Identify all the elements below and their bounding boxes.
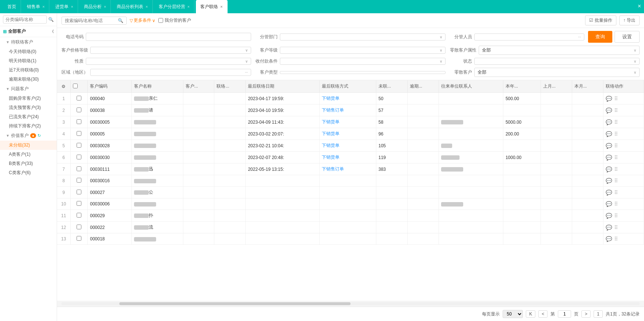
row-checkbox[interactable] bbox=[70, 198, 88, 210]
select-all-checkbox[interactable] bbox=[73, 84, 78, 88]
message-icon[interactable]: 💬 bbox=[606, 190, 612, 195]
more-actions-icon[interactable]: ⠿ bbox=[614, 96, 618, 102]
problem-customers-group[interactable]: ▼ 问题客户 bbox=[0, 84, 57, 94]
sidebar-item-churned[interactable]: 已流失客户(24) bbox=[0, 112, 57, 121]
row-checkbox[interactable] bbox=[70, 128, 88, 140]
more-actions-icon[interactable]: ⠿ bbox=[614, 178, 618, 184]
prev-page-btn[interactable]: < bbox=[538, 310, 548, 318]
next-page-btn[interactable]: > bbox=[581, 310, 591, 318]
row-checkbox[interactable] bbox=[70, 187, 88, 198]
method-link[interactable]: 下销货单 bbox=[322, 119, 339, 124]
method-link[interactable]: 下销货单 bbox=[322, 96, 339, 101]
pay-select[interactable]: ∨ bbox=[280, 58, 445, 65]
row-checkbox[interactable] bbox=[70, 105, 88, 116]
message-icon[interactable]: 💬 bbox=[606, 166, 612, 172]
row-select-checkbox[interactable] bbox=[77, 119, 81, 124]
nav-customer-contact[interactable]: 客户联络 × bbox=[196, 0, 227, 13]
row-select-checkbox[interactable] bbox=[77, 155, 81, 159]
message-icon[interactable]: 💬 bbox=[606, 143, 612, 149]
sidebar-item-week[interactable]: 近7天待联络(0) bbox=[0, 66, 57, 75]
sidebar-search-icon[interactable]: 🔍 bbox=[48, 17, 54, 22]
row-checkbox[interactable] bbox=[70, 140, 88, 152]
sidebar-item-abnormal[interactable]: 固购异常客户(2) bbox=[0, 94, 57, 103]
search-icon[interactable]: 🔍 bbox=[118, 18, 123, 23]
more-actions-icon[interactable]: ⠿ bbox=[614, 107, 618, 113]
nav-sales-close[interactable]: × bbox=[42, 4, 45, 9]
nav-customer-tier-close[interactable]: × bbox=[187, 4, 190, 9]
sidebar-item-overdue[interactable]: 逾期未联络(30) bbox=[0, 75, 57, 84]
more-actions-icon[interactable]: ⠿ bbox=[614, 225, 618, 230]
row-checkbox[interactable] bbox=[70, 233, 88, 245]
method-link[interactable]: 下销货单 bbox=[322, 143, 339, 148]
row-select-checkbox[interactable] bbox=[77, 96, 81, 100]
row-select-checkbox[interactable] bbox=[77, 213, 81, 218]
nav-purchase-close[interactable]: × bbox=[71, 4, 73, 9]
sidebar-item-today[interactable]: 今天待联络(0) bbox=[0, 47, 57, 56]
nav-customer-contact-close[interactable]: × bbox=[220, 4, 222, 9]
dept-select[interactable]: ∨ bbox=[280, 33, 445, 40]
row-select-checkbox[interactable] bbox=[77, 166, 81, 171]
row-select-checkbox[interactable] bbox=[77, 190, 81, 194]
more-actions-icon[interactable]: ⠿ bbox=[614, 155, 618, 160]
more-actions-icon[interactable]: ⠿ bbox=[614, 119, 618, 125]
type-select[interactable] bbox=[280, 71, 445, 74]
my-customers-checkbox[interactable] bbox=[158, 18, 163, 23]
message-icon[interactable]: 💬 bbox=[606, 201, 612, 207]
nav-product-close[interactable]: × bbox=[104, 4, 106, 9]
sidebar-item-tomorrow[interactable]: 明天待联络(1) bbox=[0, 56, 57, 66]
more-actions-icon[interactable]: ⠿ bbox=[614, 190, 618, 195]
sidebar-item-b-class[interactable]: B类客户(33) bbox=[0, 159, 57, 168]
price-select[interactable]: ∨ bbox=[90, 47, 251, 54]
message-icon[interactable]: 💬 bbox=[606, 131, 612, 137]
nav-product-list-close[interactable]: × bbox=[145, 4, 148, 9]
value-customers-group[interactable]: ▼ 价值客户 ● ↻ bbox=[0, 131, 57, 141]
page-number-input[interactable] bbox=[558, 310, 571, 318]
retail-select[interactable]: 全部 ∨ bbox=[479, 46, 640, 55]
page-size-select[interactable]: 50 20 100 bbox=[503, 310, 523, 318]
method-link[interactable]: 下销售订单 bbox=[322, 107, 344, 113]
all-customers-header[interactable]: ⊞ 全部客户 《 bbox=[0, 26, 57, 37]
message-icon[interactable]: 💬 bbox=[606, 178, 612, 184]
message-icon[interactable]: 💬 bbox=[606, 213, 612, 219]
row-select-checkbox[interactable] bbox=[77, 107, 81, 112]
checkbox-column[interactable] bbox=[70, 80, 88, 93]
more-conditions-btn[interactable]: ▽ 更多条件 ∨ bbox=[130, 17, 155, 24]
export-button[interactable]: ↑ 导出 bbox=[619, 15, 640, 25]
row-checkbox[interactable] bbox=[70, 210, 88, 222]
level-select[interactable]: ∨ bbox=[280, 47, 445, 54]
row-checkbox[interactable] bbox=[70, 152, 88, 163]
row-select-checkbox[interactable] bbox=[77, 178, 81, 183]
row-select-checkbox[interactable] bbox=[77, 236, 81, 241]
my-customers-filter[interactable]: 我分管的客户 bbox=[158, 17, 191, 24]
close-all-button[interactable]: × bbox=[638, 3, 641, 10]
waiting-contact-group[interactable]: ▼ 待联络客户 bbox=[0, 37, 57, 47]
more-actions-icon[interactable]: ⠿ bbox=[614, 213, 618, 219]
method-link[interactable]: 下销售订单 bbox=[322, 166, 344, 172]
method-link[interactable]: 下销货单 bbox=[322, 155, 339, 160]
sidebar-search-input[interactable] bbox=[3, 15, 47, 24]
last-page-btn[interactable]: 1 bbox=[594, 310, 603, 318]
phone-input[interactable] bbox=[86, 33, 251, 41]
row-select-checkbox[interactable] bbox=[77, 143, 81, 148]
batch-ops-button[interactable]: ☑ 批量操作 bbox=[585, 15, 616, 25]
more-actions-icon[interactable]: ⠿ bbox=[614, 143, 618, 149]
collapse-icon[interactable]: 《 bbox=[50, 29, 54, 34]
row-checkbox[interactable] bbox=[70, 163, 88, 175]
row-select-checkbox[interactable] bbox=[77, 225, 81, 229]
reset-button[interactable]: 设置 bbox=[615, 31, 640, 43]
nav-home[interactable]: 首页 bbox=[3, 0, 21, 13]
more-actions-icon[interactable]: ⠿ bbox=[614, 166, 618, 172]
row-checkbox[interactable] bbox=[70, 116, 88, 128]
row-checkbox[interactable] bbox=[70, 222, 88, 233]
region-select[interactable]: ··· bbox=[90, 69, 251, 76]
row-checkbox[interactable] bbox=[70, 175, 88, 187]
message-icon[interactable]: 💬 bbox=[606, 119, 612, 125]
settings-column[interactable]: ⚙ bbox=[57, 80, 70, 93]
horizontal-scrollbar[interactable] bbox=[61, 302, 640, 305]
message-icon[interactable]: 💬 bbox=[606, 96, 612, 102]
sidebar-item-a-class[interactable]: A类客户(1) bbox=[0, 150, 57, 159]
message-icon[interactable]: 💬 bbox=[606, 225, 612, 230]
message-icon[interactable]: 💬 bbox=[606, 236, 612, 242]
search-input[interactable] bbox=[65, 18, 116, 23]
refresh-icon[interactable]: ↻ bbox=[38, 133, 41, 138]
